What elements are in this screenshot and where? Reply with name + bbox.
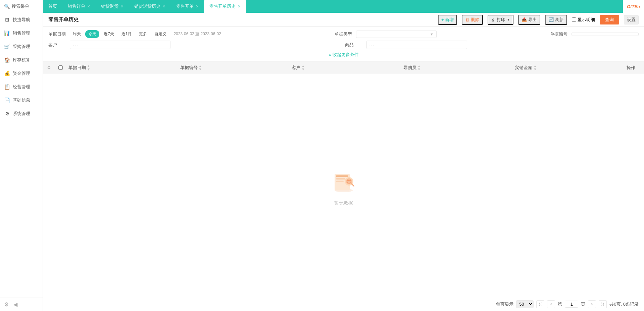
date-btn-today[interactable]: 今天 — [85, 30, 99, 38]
purchase-mgmt-icon: 🛒 — [4, 44, 10, 50]
sidebar-item-inventory[interactable]: 🏠 库存核算 — [0, 53, 43, 67]
action-bar: 零售开单历史 + 新增 🗑 删除 🖨 打印 ▼ 📤 导出 🔄 刷新 显示明细 查… — [43, 13, 644, 27]
th-guide-label: 导购员 — [403, 65, 416, 71]
th-amount[interactable]: 实销金额▲▼ — [512, 64, 624, 71]
customer-input[interactable]: ··· — [70, 41, 170, 49]
delete-icon: 🗑 — [465, 17, 469, 22]
goods-input[interactable]: ··· — [366, 41, 467, 49]
export-icon: 📤 — [522, 17, 527, 22]
date-btn-last1month[interactable]: 近1月 — [118, 30, 135, 38]
bill-no-label: 单据编号 — [550, 31, 569, 37]
select-all-checkbox[interactable] — [55, 65, 66, 70]
tab-sales-return-close-icon[interactable]: ✕ — [120, 4, 123, 9]
display-detail-checkbox[interactable]: 显示明细 — [572, 17, 595, 23]
filter-area: 单据日期 昨天今天近7天近1月更多自定义 2023-06-02 至 2023-0… — [43, 27, 644, 61]
tab-sales-return-history-label: 销货退货历史 — [134, 3, 160, 9]
quick-nav-label: 快捷导航 — [13, 17, 30, 23]
date-btn-more[interactable]: 更多 — [136, 30, 150, 38]
sidebar-item-base-info[interactable]: 📄 基础信息 — [0, 94, 43, 107]
tab-sales-return-history-close-icon[interactable]: ✕ — [162, 4, 165, 9]
display-detail-input[interactable] — [572, 17, 576, 22]
tab-retail-open-history[interactable]: 零售开单历史✕ — [204, 0, 246, 13]
display-detail-label: 显示明细 — [578, 17, 595, 23]
th-date[interactable]: 单据日期▲▼ — [66, 64, 178, 71]
tab-sales-order[interactable]: 销售订单✕ — [62, 0, 96, 13]
th-guide-sort-icon: ▲▼ — [417, 64, 421, 71]
bill-no-input[interactable] — [572, 33, 639, 36]
first-page-button[interactable]: ⟨⟨ — [536, 300, 544, 308]
svg-rect-3 — [336, 178, 345, 180]
refresh-icon: 🔄 — [548, 17, 554, 22]
tab-home[interactable]: 首页 — [43, 0, 62, 13]
print-arrow-icon: ▼ — [507, 18, 510, 21]
column-settings-button[interactable]: ⚙ — [43, 65, 55, 70]
empty-text: 暂无数据 — [334, 200, 353, 206]
settings-button[interactable]: 设置 — [624, 15, 639, 24]
page-title: 零售开单历史 — [48, 16, 433, 23]
sidebar-item-purchase-mgmt[interactable]: 🛒 采购管理 — [0, 40, 43, 53]
sidebar-item-sys-mgmt[interactable]: ⚙ 系统管理 — [0, 107, 43, 120]
print-button[interactable]: 🖨 打印 ▼ — [488, 15, 513, 25]
inventory-icon: 🏠 — [4, 57, 10, 63]
date-filter-label: 单据日期 — [48, 31, 67, 37]
export-button[interactable]: 📤 导出 — [518, 15, 540, 25]
tab-retail-open[interactable]: 零售开单✕ — [171, 0, 204, 13]
page-input[interactable] — [565, 301, 578, 308]
print-icon: 🖨 — [491, 17, 495, 22]
th-date-sort-icon: ▲▼ — [87, 64, 90, 71]
date-btn-last7days[interactable]: 近7天 — [101, 30, 117, 38]
tab-retail-open-close-icon[interactable]: ✕ — [196, 4, 199, 9]
collapse-label: 收起更多条件 — [333, 52, 359, 58]
sales-mgmt-icon: 📊 — [4, 30, 10, 36]
next-page-button[interactable]: ＞ — [588, 300, 596, 308]
tab-sales-return-history[interactable]: 销货退货历史✕ — [129, 0, 171, 13]
page-unit: 页 — [581, 301, 585, 307]
th-customer[interactable]: 客户▲▼ — [289, 64, 401, 71]
sidebar-item-finance[interactable]: 💰 资金管理 — [0, 67, 43, 80]
last-page-button[interactable]: ⟩⟩ — [599, 300, 607, 308]
sys-mgmt-label: 系统管理 — [13, 111, 30, 117]
select-all-input[interactable] — [58, 65, 63, 70]
svg-point-8 — [347, 179, 348, 181]
bill-type-select[interactable]: ▼ — [356, 31, 437, 38]
sidebar-nav: ⊞ 快捷导航📊 销售管理🛒 采购管理🏠 库存核算💰 资金管理📋 经营管理📄 基础… — [0, 13, 43, 298]
sys-mgmt-icon: ⚙ — [4, 111, 10, 117]
sidebar-item-quick-nav[interactable]: ⊞ 快捷导航 — [0, 13, 43, 27]
pagination-summary: 共0页, 0条记录 — [609, 301, 639, 307]
sidebar-item-sales-mgmt[interactable]: 📊 销售管理 — [0, 27, 43, 40]
collapse-arrow-icon: ∧ — [329, 53, 331, 57]
operations-icon: 📋 — [4, 84, 10, 90]
th-actions-label: 操作 — [627, 65, 635, 71]
tab-sales-order-close-icon[interactable]: ✕ — [87, 4, 90, 9]
goods-dots: ··· — [369, 42, 375, 47]
collapse-button[interactable]: ∧ 收起更多条件 — [48, 52, 639, 58]
delete-button[interactable]: 🗑 删除 — [462, 15, 483, 25]
refresh-label: 刷新 — [555, 17, 564, 23]
base-info-label: 基础信息 — [13, 97, 30, 103]
settings-icon[interactable]: ⚙ — [4, 301, 9, 308]
th-no[interactable]: 单据编号▲▼ — [178, 64, 289, 71]
sidebar-search-label: 搜索采单 — [12, 3, 29, 9]
date-btn-yesterday[interactable]: 昨天 — [70, 30, 84, 38]
refresh-button[interactable]: 🔄 刷新 — [545, 15, 567, 25]
tab-sales-return[interactable]: 销货退货✕ — [96, 0, 129, 13]
tab-home-label: 首页 — [48, 3, 57, 9]
main-area: 首页销售订单✕销货退货✕销货退货历史✕零售开单✕零售开单历史✕ — ✕ OfTE… — [43, 0, 644, 311]
collapse-icon[interactable]: ◀ — [13, 301, 17, 308]
th-guide[interactable]: 导购员▲▼ — [401, 64, 512, 71]
add-button[interactable]: + 新增 — [438, 15, 457, 25]
bill-type-label: 单据类型 — [335, 31, 353, 37]
finance-label: 资金管理 — [13, 70, 30, 76]
table-empty-state: 暂无数据 — [43, 74, 644, 297]
per-page-select[interactable]: 102050100 — [516, 300, 534, 308]
th-no-label: 单据编号 — [180, 65, 198, 71]
date-btn-custom[interactable]: 自定义 — [151, 30, 169, 38]
operations-label: 经营管理 — [13, 84, 30, 90]
query-button[interactable]: 查询 — [600, 15, 619, 24]
prev-page-button[interactable]: ＜ — [547, 300, 555, 308]
svg-rect-2 — [336, 175, 348, 177]
sidebar-item-operations[interactable]: 📋 经营管理 — [0, 80, 43, 94]
tab-retail-open-history-close-icon[interactable]: ✕ — [238, 4, 241, 9]
sidebar-search[interactable]: 🔍 搜索采单 — [0, 0, 43, 13]
th-actions: 操作 — [624, 64, 644, 71]
